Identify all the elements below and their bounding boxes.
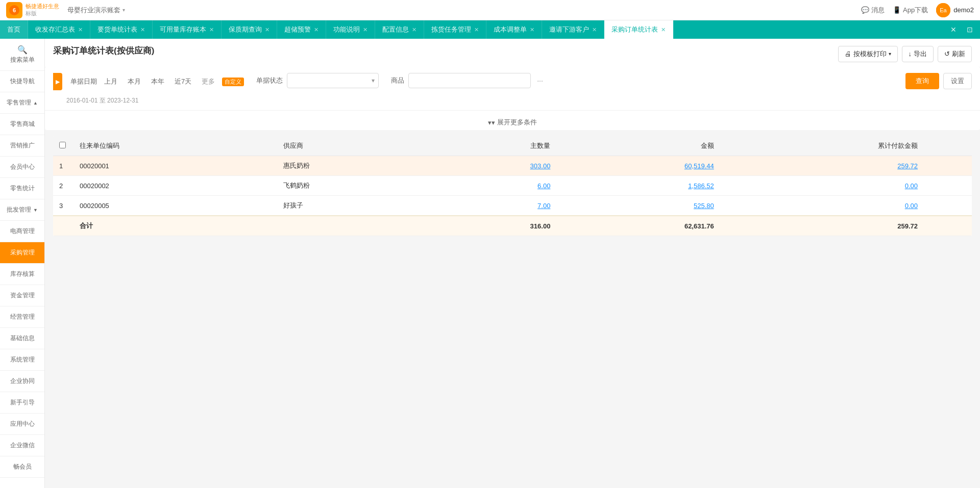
goods-input[interactable] [408, 73, 531, 88]
sidebar-item-retail-stat[interactable]: 零售统计 [0, 178, 44, 199]
table-row: 1 00020001 惠氏奶粉 303.00 60,519.44 259.72 [53, 156, 972, 176]
print-button[interactable]: 🖨 按模板打印 ▾ [838, 46, 898, 62]
export-button[interactable]: ↓ 导出 [902, 46, 934, 62]
close-icon[interactable]: ✕ [530, 27, 534, 33]
shortcut-this-month[interactable]: 本月 [125, 76, 144, 87]
sidebar-item-retail[interactable]: 零售管理 ▲ [0, 92, 44, 114]
close-icon[interactable]: ✕ [474, 27, 479, 33]
td-paid-amount[interactable]: 0.00 [720, 196, 924, 216]
status-filter-label: 单据状态 [256, 76, 283, 85]
sidebar-item-search[interactable]: 🔍 搜索菜单 [0, 39, 44, 71]
sidebar-item-purchase[interactable]: 采购管理 [0, 242, 44, 264]
nav-tab-invite-downstream[interactable]: 邀请下游客户 ✕ [542, 20, 604, 39]
sidebar-item-label: 企业协同 [4, 377, 40, 386]
nav-tab-func-desc[interactable]: 功能说明 ✕ [326, 20, 375, 39]
sidebar-item-label: 基础信息 [4, 334, 40, 343]
sidebar-item-label: 经营管理 [4, 313, 40, 321]
nav-tab-home[interactable]: 首页 [0, 20, 28, 39]
sidebar-item-finance[interactable]: 资金管理 [0, 285, 44, 306]
sidebar-item-operation[interactable]: 经营管理 [0, 306, 44, 328]
nav-tab-cost-adjust[interactable]: 成本调整单 ✕ [486, 20, 542, 39]
close-icon[interactable]: ✕ [140, 27, 145, 33]
nav-tab-usable-stock[interactable]: 可用量库存账本 ✕ [153, 20, 222, 39]
td-amount[interactable]: 1,586.52 [556, 176, 720, 196]
page-title: 采购订单统计表(按供应商) [53, 45, 154, 57]
sidebar-item-retail-mall[interactable]: 零售商城 [0, 114, 44, 135]
filter-toggle-btn[interactable]: ▶ [53, 73, 62, 90]
app-download-action[interactable]: 📱 App下载 [893, 6, 928, 15]
message-action[interactable]: 💬 消息 [861, 6, 885, 15]
shortcut-more[interactable]: 更多 [199, 76, 218, 87]
footer-empty2 [924, 216, 972, 236]
shortcut-7days[interactable]: 近7天 [172, 76, 194, 87]
user-area[interactable]: Ea demo2 [936, 3, 974, 17]
sidebar-item-label: 快捷导航 [4, 77, 40, 86]
refresh-button[interactable]: ↺ 刷新 [938, 46, 972, 62]
nav-fullscreen-btn[interactable]: ⊡ [964, 24, 976, 35]
close-icon[interactable]: ✕ [412, 27, 416, 33]
nav-tab-pick-task[interactable]: 拣货任务管理 ✕ [424, 20, 486, 39]
close-icon[interactable]: ✕ [363, 27, 368, 33]
goods-more-btn[interactable]: ··· [535, 76, 545, 85]
td-paid-amount[interactable]: 0.00 [720, 176, 924, 196]
shortcut-this-year[interactable]: 本年 [148, 76, 167, 87]
nav-tab-label: 可用量库存账本 [160, 25, 206, 34]
nav-tab-overstock-warning[interactable]: 超储预警 ✕ [277, 20, 326, 39]
settings-button[interactable]: 设置 [943, 73, 972, 89]
close-icon[interactable]: ✕ [78, 27, 83, 33]
date-filter-group: ▶ 单据日期 上月 本月 本年 近7天 更多 自定义 [53, 73, 244, 90]
nav-tab-order-summary[interactable]: 要货单统计表 ✕ [90, 20, 153, 39]
custom-date-tag[interactable]: 自定义 [222, 78, 244, 86]
sidebar-item-label: 畅会员 [4, 463, 40, 471]
sidebar-item-appcenter[interactable]: 应用中心 [0, 414, 44, 435]
sidebar-item-marketing[interactable]: 营销推广 [0, 135, 44, 157]
close-icon[interactable]: ✕ [314, 27, 318, 33]
sidebar-item-member2[interactable]: 畅会员 [0, 456, 44, 478]
shortcut-last-month[interactable]: 上月 [101, 76, 120, 87]
close-icon[interactable]: ✕ [592, 27, 597, 33]
td-paid-amount[interactable]: 259.72 [720, 156, 924, 176]
print-dropdown-icon: ▾ [889, 51, 891, 57]
sidebar-item-label: 企业微信 [4, 441, 40, 450]
td-quantity[interactable]: 7.00 [429, 196, 557, 216]
date-range-display: 2016-01-01 至 2023-12-31 [66, 96, 972, 105]
sidebar-item-label: 批发管理 [7, 206, 31, 214]
sidebar-item-wholesale[interactable]: 批发管理 ▼ [0, 199, 44, 221]
nav-close-all-btn[interactable]: ✕ [947, 24, 960, 35]
expand-label: 展开更多条件 [497, 118, 537, 127]
sidebar-item-basic[interactable]: 基础信息 [0, 328, 44, 349]
expand-btn[interactable]: ▾▾ 展开更多条件 [488, 118, 537, 127]
status-select[interactable] [287, 73, 379, 88]
status-select-wrapper [287, 73, 379, 88]
nav-tab-config-info[interactable]: 配置信息 ✕ [375, 20, 424, 39]
top-bar-left: 6 畅捷通好生意 标版 母婴行业演示账套 ▾ [6, 2, 129, 18]
sidebar-item-inventory[interactable]: 库存核算 [0, 264, 44, 285]
sidebar-item-enterprise[interactable]: 企业协同 [0, 371, 44, 392]
workspace-name: 母婴行业演示账套 [67, 6, 120, 15]
sidebar-item-wechat[interactable]: 企业微信 [0, 435, 44, 456]
td-supplier: 飞鹤奶粉 [277, 176, 429, 196]
td-amount[interactable]: 60,519.44 [556, 156, 720, 176]
sidebar-item-member[interactable]: 会员中心 [0, 157, 44, 178]
workspace-select[interactable]: 母婴行业演示账套 ▾ [63, 4, 129, 17]
sidebar-item-newguide[interactable]: 新手引导 [0, 392, 44, 414]
sidebar-item-system[interactable]: 系统管理 [0, 349, 44, 371]
td-quantity[interactable]: 6.00 [429, 176, 557, 196]
sidebar-item-label: 营销推广 [4, 141, 40, 150]
nav-bar-actions: ✕ ⊡ [947, 24, 980, 35]
close-icon[interactable]: ✕ [209, 27, 214, 33]
sidebar-item-shortcut[interactable]: 快捷导航 [0, 71, 44, 92]
query-button[interactable]: 查询 [905, 73, 939, 89]
close-icon[interactable]: ✕ [661, 27, 666, 33]
filter-controls: ▶ 单据日期 上月 本月 本年 近7天 更多 自定义 [53, 73, 972, 96]
select-all-checkbox[interactable] [59, 142, 66, 148]
nav-tab-warranty-query[interactable]: 保质期查询 ✕ [222, 20, 277, 39]
close-icon[interactable]: ✕ [265, 27, 270, 33]
svg-text:6: 6 [13, 7, 16, 13]
td-amount[interactable]: 525.80 [556, 196, 720, 216]
sidebar-item-ecommerce[interactable]: 电商管理 [0, 221, 44, 242]
nav-tab-label: 功能说明 [333, 25, 360, 34]
td-quantity[interactable]: 303.00 [429, 156, 557, 176]
nav-tab-purchase-stat[interactable]: 采购订单统计表 ✕ [604, 20, 673, 39]
nav-tab-receive-summary[interactable]: 收发存汇总表 ✕ [28, 20, 90, 39]
